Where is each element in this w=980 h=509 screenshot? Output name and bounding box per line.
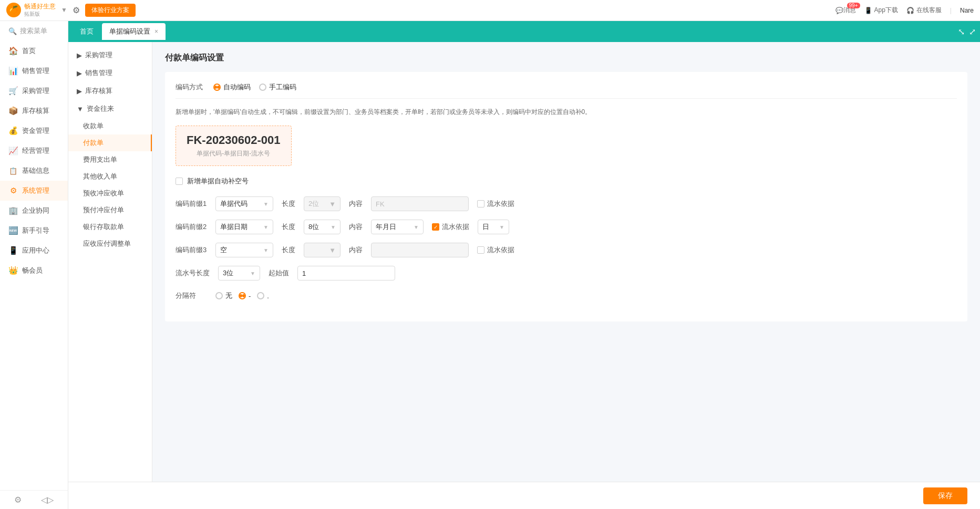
sidebar-item-sales[interactable]: 📊 销售管理: [0, 61, 68, 81]
auto-encode-circle: [213, 84, 221, 91]
prefix-row-2: 编码前缀2 单据日期 ▼ 长度 8位 ▼ 内容 年月日: [176, 220, 957, 234]
sep-none-radio[interactable]: 无: [215, 291, 232, 300]
content-2-select[interactable]: 年月日 ▼: [371, 220, 424, 234]
serial-2-checkbox[interactable]: ✓: [432, 223, 439, 231]
submenu-group-inventory[interactable]: ▶ 库存核算: [68, 82, 152, 100]
radio-group: 自动编码 手工编码: [213, 82, 296, 92]
settings-bottom-icon[interactable]: ⚙: [14, 495, 22, 505]
content-3-label: 内容: [349, 245, 363, 255]
submenu-item-pre-payment[interactable]: 预付冲应付单: [68, 202, 152, 219]
prefix-3-label: 编码前缀3: [176, 245, 207, 255]
content-1-label: 内容: [349, 199, 363, 209]
sidebar: 🔍 搜索菜单 🏠 首页 📊 销售管理 🛒 采购管理 📦 库存核算 💰 资金管理 …: [0, 21, 68, 509]
sidebar-item-home[interactable]: 🏠 首页: [0, 41, 68, 61]
basic-icon: 📋: [8, 167, 18, 175]
app-download-btn[interactable]: 📱 App下载: [864, 6, 898, 15]
submenu-group-capital[interactable]: ▼ 资金往来: [68, 100, 152, 118]
settings-icon[interactable]: ⚙: [73, 5, 80, 15]
manual-encode-circle: [259, 84, 266, 91]
submenu-group-sales[interactable]: ▶ 销售管理: [68, 64, 152, 82]
sidebar-item-finance[interactable]: 💰 资金管理: [0, 121, 68, 141]
sep-dash-radio[interactable]: -: [239, 292, 251, 300]
prefix-2-label: 编码前缀2: [176, 222, 207, 232]
auto-encode-radio[interactable]: 自动编码: [213, 82, 251, 92]
submenu-group-purchase[interactable]: ▶ 采购管理: [68, 46, 152, 64]
submenu-item-expense[interactable]: 费用支出单: [68, 151, 152, 168]
tab-encode-setting[interactable]: 单据编码设置 ×: [102, 23, 166, 40]
expand-icon[interactable]: ⤢: [969, 27, 976, 37]
info-text: 新增单据时，'单据编码'自动生成，不可编辑，前缀设置为部门、业务员等档案类，开单…: [176, 107, 957, 117]
sidebar-item-apps[interactable]: 📱 应用中心: [0, 241, 68, 261]
submenu-item-pre-receipt[interactable]: 预收冲应收单: [68, 185, 152, 202]
chevron-right-icon2: ▶: [77, 69, 82, 77]
tab-home[interactable]: 首页: [73, 23, 101, 40]
example-code: FK-20230602-001: [187, 133, 281, 147]
serial-1-checkbox-group[interactable]: 流水依据: [477, 199, 514, 209]
prefix-row-3: 编码前缀3 空 ▼ 长度 ▼ 内容: [176, 243, 957, 257]
length-2-select[interactable]: 8位 ▼: [304, 220, 341, 234]
message-btn[interactable]: 💬 消息 99+: [835, 6, 856, 15]
collapse-icon[interactable]: ◁▷: [41, 495, 54, 505]
service-btn[interactable]: 🎧 在线客服: [906, 6, 942, 15]
submenu-item-other-income[interactable]: 其他收入单: [68, 168, 152, 185]
sep-none-circle: [215, 292, 223, 299]
dropdown-arrow-icon[interactable]: ▼: [61, 6, 67, 14]
finance-icon: 💰: [8, 126, 18, 136]
sidebar-item-operations[interactable]: 📈 经营管理: [0, 141, 68, 161]
chevron-right-icon3: ▶: [77, 87, 82, 95]
sidebar-item-member[interactable]: 👑 畅会员: [0, 261, 68, 281]
serial-3-checkbox-group[interactable]: 流水依据: [477, 245, 514, 255]
encode-method-row: 编码方式 自动编码 手工编码: [176, 82, 957, 99]
operations-icon: 📈: [8, 146, 18, 155]
serial-1-checkbox[interactable]: [477, 200, 484, 207]
logo-text: 畅通好生意: [24, 3, 56, 10]
sidebar-item-system[interactable]: ⚙ 系统管理: [0, 181, 68, 201]
manual-encode-radio[interactable]: 手工编码: [259, 82, 296, 92]
start-value-label: 起始值: [269, 268, 289, 278]
length-2-label: 长度: [282, 222, 295, 232]
content-1-input[interactable]: [371, 196, 469, 211]
separator-row: 分隔符 无 -: [176, 291, 957, 300]
trial-button[interactable]: 体验行业方案: [85, 4, 136, 17]
sep-dot-radio[interactable]: .: [257, 292, 269, 300]
serial-length-arrow-icon: ▼: [250, 271, 255, 276]
example-desc: 单据代码-单据日期-流水号: [187, 149, 281, 158]
serial-2-checkbox-group[interactable]: ✓ 流水依据: [432, 222, 469, 232]
serial-3-checkbox[interactable]: [477, 246, 484, 254]
inventory-icon: 📦: [8, 106, 18, 116]
guide-icon: 🆕: [8, 226, 18, 235]
minimize-icon[interactable]: ⤡: [958, 27, 965, 37]
prefix-3-select[interactable]: 空 ▼: [215, 243, 273, 257]
start-value-input[interactable]: [297, 266, 395, 281]
content-3-input[interactable]: [371, 243, 469, 257]
submenu-item-payment[interactable]: 付款单: [68, 134, 152, 151]
tab-close-icon[interactable]: ×: [154, 28, 158, 35]
apps-icon: 📱: [8, 246, 18, 255]
length-1-select[interactable]: 2位 ▼: [304, 196, 341, 211]
serial-length-select[interactable]: 3位 ▼: [218, 266, 260, 281]
chevron-down-icon: ▼: [77, 105, 84, 113]
tab-right-controls: ⤡ ⤢: [958, 27, 976, 37]
sidebar-search[interactable]: 🔍 搜索菜单: [0, 21, 68, 41]
submenu: ▶ 采购管理 ▶ 销售管理 ▶ 库存核算 ▼ 资金往来 收款单 付款单 费用支出…: [68, 42, 152, 482]
search-icon: 🔍: [8, 27, 17, 35]
sidebar-item-corp[interactable]: 🏢 企业协同: [0, 201, 68, 221]
prefix-2-select[interactable]: 单据日期 ▼: [215, 220, 273, 234]
sidebar-item-basic[interactable]: 📋 基础信息: [0, 161, 68, 181]
length-3-select[interactable]: ▼: [304, 243, 341, 257]
content-area: ▶ 采购管理 ▶ 销售管理 ▶ 库存核算 ▼ 资金往来 收款单 付款单 费用支出…: [68, 42, 980, 482]
period-2-select[interactable]: 日 ▼: [478, 220, 509, 234]
topbar-right: 💬 消息 99+ 📱 App下载 🎧 在线客服 | Nare: [835, 6, 974, 15]
sidebar-item-guide[interactable]: 🆕 新手引导: [0, 221, 68, 241]
sidebar-item-purchase[interactable]: 🛒 采购管理: [0, 81, 68, 101]
prefix-1-select[interactable]: 单据代码 ▼: [215, 196, 273, 211]
submenu-item-bank[interactable]: 银行存取款单: [68, 219, 152, 235]
prefix-1-label: 编码前缀1: [176, 199, 207, 209]
save-button[interactable]: 保存: [923, 487, 967, 504]
auto-fill-checkbox[interactable]: [176, 178, 183, 185]
sidebar-item-inventory[interactable]: 📦 库存核算: [0, 101, 68, 121]
submenu-item-receipt[interactable]: 收款单: [68, 118, 152, 134]
length-2-arrow-icon: ▼: [331, 224, 336, 230]
submenu-item-adjust[interactable]: 应收应付调整单: [68, 235, 152, 252]
content-2-arrow-icon: ▼: [414, 224, 419, 230]
